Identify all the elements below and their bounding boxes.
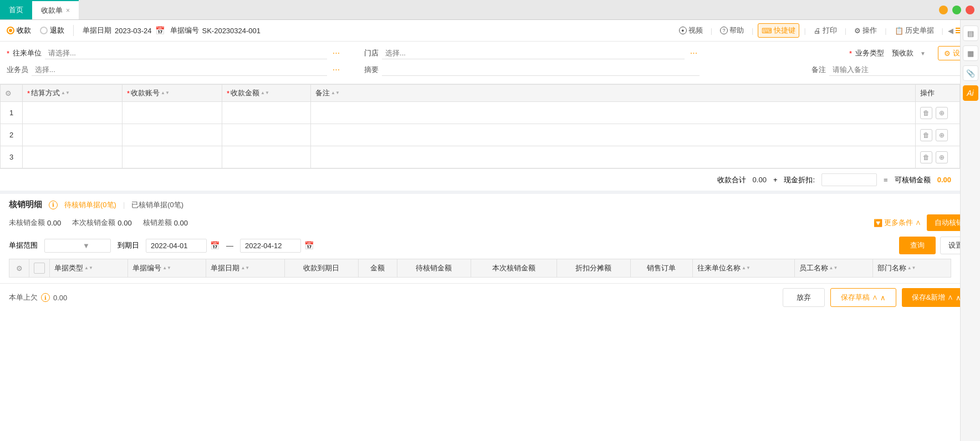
row-3-delete-button[interactable]: 🗑: [920, 151, 932, 163]
detail-header-doc-date: 单据日期 ▲▼: [206, 259, 284, 278]
right-panel: ▤ ▦ 📎 Ai: [960, 20, 980, 441]
note-input[interactable]: [829, 64, 973, 76]
panel-table-view-button[interactable]: ▤: [963, 25, 978, 41]
receivable-label: 可核销金额: [895, 175, 931, 185]
staff-input[interactable]: [32, 64, 327, 76]
radio-refund[interactable]: 退款: [40, 25, 64, 35]
radio-receipt[interactable]: 收款: [7, 25, 31, 35]
verify-info-icon[interactable]: ℹ: [49, 201, 58, 209]
date-to-calendar-icon[interactable]: 📅: [304, 241, 314, 250]
shortcut-button[interactable]: ⌨ 快捷键: [758, 23, 799, 38]
date-separator: —: [226, 242, 233, 250]
row-2-account[interactable]: [122, 124, 222, 146]
staff-field: 业务员 ···: [7, 64, 342, 76]
tab-receipt-close[interactable]: ×: [66, 7, 70, 14]
row-2-amount[interactable]: [222, 124, 311, 146]
row-2-settlement[interactable]: [23, 124, 122, 146]
pending-tab[interactable]: 待核销单据(0笔): [64, 200, 116, 210]
draft-button[interactable]: 保存草稿 ∧ ∧: [830, 288, 896, 307]
col-sort-note: 备注 ▲▼: [315, 88, 911, 98]
help-button[interactable]: ? 帮助: [717, 24, 747, 37]
counterpart-more-icon[interactable]: ···: [330, 48, 342, 58]
row-2-action: 🗑 ⊕: [916, 124, 960, 146]
table-header-action: 操作: [916, 85, 960, 102]
sort-store: ▲▼: [907, 266, 916, 270]
unclaimed-label: 未核销金额: [9, 218, 45, 228]
row-1-settlement[interactable]: [23, 102, 122, 124]
row-3-account[interactable]: [122, 146, 222, 168]
discount-input[interactable]: [821, 173, 877, 186]
row-1-amount[interactable]: [222, 102, 311, 124]
store-field: 门店 ···: [364, 47, 700, 59]
calendar-icon[interactable]: 📅: [155, 26, 165, 35]
sort-staff: ▲▼: [829, 266, 838, 270]
table-header-settings: ⚙: [1, 85, 23, 102]
store-more-icon[interactable]: ···: [688, 48, 700, 58]
row-3-note[interactable]: [311, 146, 916, 168]
table-row: 3 🗑 ⊕: [1, 146, 960, 168]
row-1-account[interactable]: [122, 102, 222, 124]
more-conditions-button[interactable]: 🔽 更多条件 ∧: [874, 218, 921, 228]
date-from-input[interactable]: [146, 239, 207, 253]
panel-ai-button[interactable]: Ai: [963, 85, 978, 101]
date-from-calendar-icon[interactable]: 📅: [210, 241, 220, 250]
window-close-button[interactable]: [966, 6, 974, 14]
session-label: 本单上欠: [9, 293, 38, 302]
abandon-button[interactable]: 放弃: [783, 288, 825, 307]
table-row: 1 🗑 ⊕: [1, 102, 960, 124]
row-3-copy-button[interactable]: ⊕: [936, 151, 948, 163]
print-icon: 🖨: [814, 27, 821, 35]
table-settings-icon[interactable]: ⚙: [5, 89, 12, 98]
history-button[interactable]: 📋 历史单据: [891, 24, 937, 37]
operation-button[interactable]: ⚙ 操作: [851, 24, 880, 37]
row-2-copy-button[interactable]: ⊕: [936, 129, 948, 141]
staff-more-icon[interactable]: ···: [330, 65, 342, 75]
summary-input[interactable]: [382, 64, 700, 76]
table-header-amount: * 收款金额 ▲▼: [222, 85, 311, 102]
counterpart-input[interactable]: [45, 47, 327, 59]
window-controls: [939, 6, 980, 14]
row-1-delete-button[interactable]: 🗑: [920, 107, 932, 119]
range-dropdown[interactable]: ▼: [44, 239, 111, 253]
window-maximize-button[interactable]: [952, 6, 961, 14]
note-label: 备注: [811, 65, 826, 75]
ai-label: Ai: [967, 89, 973, 98]
row-3-amount[interactable]: [222, 146, 311, 168]
store-label: 门店: [364, 48, 379, 58]
panel-form-view-button[interactable]: ▦: [963, 45, 978, 61]
operation-icon: ⚙: [854, 27, 861, 35]
done-tab[interactable]: 已核销单据(0笔): [131, 200, 183, 210]
detail-header-staff: 员工名称 ▲▼: [794, 259, 872, 278]
unclaimed-value: 0.00: [47, 219, 61, 227]
date-to-input[interactable]: [240, 239, 301, 253]
col-account-label: 收款账号: [131, 88, 160, 98]
query-button[interactable]: 查询: [899, 237, 936, 254]
detail-header-due-date: 收款到期日: [284, 259, 358, 278]
print-button[interactable]: 🖨 打印: [810, 24, 840, 37]
col-sort-settlement: * 结算方式 ▲▼: [27, 88, 118, 98]
row-1-note[interactable]: [311, 102, 916, 124]
business-type-chevron[interactable]: ▼: [920, 50, 926, 57]
detail-settings-icon[interactable]: ⚙: [16, 264, 23, 273]
session-value: 0.00: [53, 294, 67, 302]
row-2-delete-button[interactable]: 🗑: [920, 129, 932, 141]
sort-counterpart: ▲▼: [742, 266, 751, 270]
nav-prev-icon[interactable]: ◀: [948, 27, 953, 35]
tab-receipt[interactable]: 收款单 ×: [32, 0, 79, 19]
doc-date-label: 单据日期: [83, 25, 111, 35]
row-3-settlement[interactable]: [23, 146, 122, 168]
tab-home[interactable]: 首页: [0, 0, 32, 19]
detail-header-row: ⚙ 单据类型 ▲▼ 单据编号: [9, 259, 951, 278]
video-button[interactable]: ● 视频: [676, 24, 706, 37]
window-minimize-button[interactable]: [939, 6, 948, 14]
range-chevron-icon: ▼: [83, 242, 90, 250]
diff-stat: 核销差额 0.00: [143, 218, 188, 228]
store-input[interactable]: [382, 47, 685, 59]
session-info-icon[interactable]: ℹ: [41, 293, 50, 302]
toolbar-sep-6: |: [942, 27, 943, 35]
row-1-copy-button[interactable]: ⊕: [936, 107, 948, 119]
row-2-note[interactable]: [311, 124, 916, 146]
select-all-checkbox[interactable]: [34, 263, 45, 274]
panel-attach-button[interactable]: 📎: [963, 65, 978, 81]
radio-group: 收款 退款: [7, 25, 64, 35]
